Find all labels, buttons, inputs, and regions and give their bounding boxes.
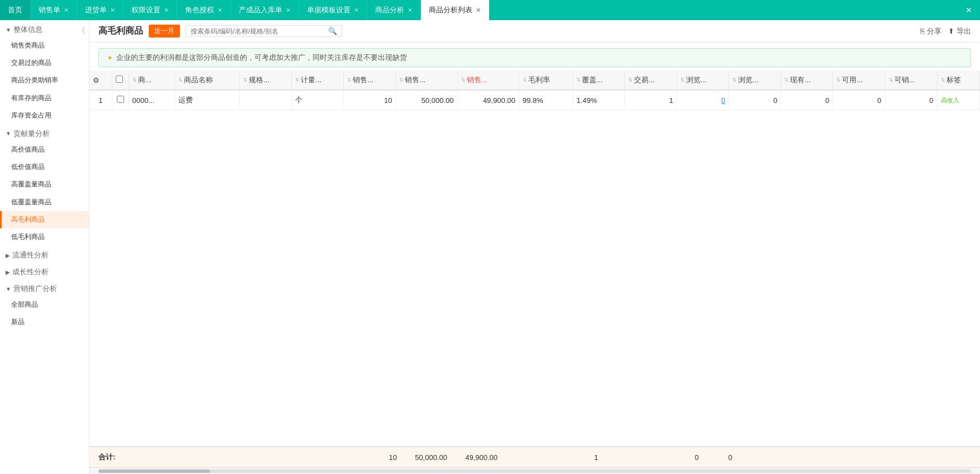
table-body: 1 0000... 运费 个 10 50,000.00 49,900.00 99… xyxy=(89,90,980,110)
sidebar-group-liquidity[interactable]: ▶ 流通性分析 xyxy=(0,246,89,262)
row-sales-qty: 10 xyxy=(344,90,396,110)
nav-close-icon[interactable]: ✕ xyxy=(217,7,222,14)
scroll-thumb[interactable] xyxy=(98,470,210,473)
nav-close-icon[interactable]: ✕ xyxy=(476,7,481,14)
nav-permission-settings[interactable]: 权限设置 ✕ xyxy=(124,0,177,20)
footer-sales-amt: 50,000.00 xyxy=(400,453,451,462)
nav-close-icon[interactable]: ✕ xyxy=(286,7,291,14)
bulb-icon: ✦ xyxy=(107,54,113,62)
chevron-down-icon: ▼ xyxy=(6,130,11,137)
col-browse2[interactable]: ⇅浏览... xyxy=(729,71,781,90)
table-wrapper: ⚙ ⇅商... ⇅商品名称 ⇅规格... ⇅计量... ⇅销售... ⇅销售..… xyxy=(89,71,980,446)
export-button[interactable]: ⬆ 导出 xyxy=(948,26,971,36)
col-browse1[interactable]: ⇅浏览... xyxy=(677,71,729,90)
row-sales-amt: 50,000.00 xyxy=(396,90,457,110)
row-browse1[interactable]: 0 xyxy=(677,90,729,110)
row-saleable-stock: 0 xyxy=(885,90,937,110)
col-unit[interactable]: ⇅计量... xyxy=(292,71,344,90)
row-unit: 个 xyxy=(292,90,344,110)
nav-purchase-order[interactable]: 进货单 ✕ xyxy=(77,0,124,20)
scroll-track xyxy=(98,470,971,473)
col-tag[interactable]: ⇅标签 xyxy=(937,71,979,90)
row-available-stock: 0 xyxy=(833,90,885,110)
sidebar-item-stocked-goods[interactable]: 有库存的商品 xyxy=(0,90,89,107)
sidebar-collapse-button[interactable]: 《 xyxy=(78,26,86,36)
col-name[interactable]: ⇅商品名称 xyxy=(174,71,240,90)
footer-total-row: 合计: 10 50,000.00 49,900.00 1 0 0 xyxy=(89,446,980,467)
chevron-right-icon: ▶ xyxy=(6,252,10,259)
sidebar-item-capital-usage[interactable]: 库存资金占用 xyxy=(0,107,89,124)
horizontal-scrollbar[interactable] xyxy=(89,467,980,474)
table-row: 1 0000... 运费 个 10 50,000.00 49,900.00 99… xyxy=(89,90,980,110)
nav-sales-order[interactable]: 销售单 ✕ xyxy=(31,0,77,20)
nav-template-settings[interactable]: 单据模板设置 ✕ xyxy=(299,0,367,20)
nav-close-icon[interactable]: ✕ xyxy=(164,7,169,14)
sidebar-item-low-margin[interactable]: 低毛利商品 xyxy=(0,228,89,246)
sidebar-item-all-goods[interactable]: 全部商品 xyxy=(0,296,89,313)
row-coverage: 1.49% xyxy=(573,90,625,110)
sidebar-group-overview[interactable]: ▼ 整体信息 xyxy=(0,20,89,37)
footer-trade: 1 xyxy=(568,453,602,462)
page-title: 高毛利商品 xyxy=(98,25,143,37)
col-saleable-stock[interactable]: ⇅可销... xyxy=(885,71,937,90)
footer-label: 合计: xyxy=(98,452,165,462)
search-icon[interactable]: 🔍 xyxy=(328,27,337,35)
row-current-stock: 0 xyxy=(781,90,833,110)
footer-sales-profit: 49,900.00 xyxy=(451,453,501,462)
nav-product-analysis[interactable]: 商品分析 ✕ xyxy=(367,0,421,20)
nav-product-instock[interactable]: 产成品入库单 ✕ xyxy=(231,0,299,20)
sidebar-item-high-value[interactable]: 高价值商品 xyxy=(0,141,89,158)
sidebar-item-low-value[interactable]: 低价值商品 xyxy=(0,158,89,176)
row-sales-profit: 49,900.00 xyxy=(457,90,519,110)
chevron-down-icon: ▼ xyxy=(6,286,11,292)
export-icon: ⬆ xyxy=(948,27,954,35)
col-sales-amt[interactable]: ⇅销售... xyxy=(396,71,457,90)
col-available-stock[interactable]: ⇅可用... xyxy=(833,71,885,90)
time-filter-button[interactable]: 近一月 xyxy=(149,25,180,37)
sidebar-item-category-rate[interactable]: 商品分类助销率 xyxy=(0,72,89,89)
col-current-stock[interactable]: ⇅现有... xyxy=(781,71,833,90)
nav-close-icon[interactable]: ✕ xyxy=(408,7,413,14)
table-header-row: ⚙ ⇅商... ⇅商品名称 ⇅规格... ⇅计量... ⇅销售... ⇅销售..… xyxy=(89,71,980,90)
footer-sales-qty: 10 xyxy=(367,453,400,462)
footer-available-stock: 0 xyxy=(702,453,736,462)
sidebar-group-contribution[interactable]: ▼ 贡献量分析 xyxy=(0,124,89,141)
col-trade[interactable]: ⇅交易... xyxy=(625,71,677,90)
window-close-button[interactable]: ✕ xyxy=(958,6,980,15)
nav-close-icon[interactable]: ✕ xyxy=(110,7,115,14)
footer-values: 10 50,000.00 49,900.00 1 0 0 xyxy=(165,453,971,462)
content-area: 高毛利商品 近一月 🔍 ⎘ 分享 ⬆ 导出 ✦ 企业的主要的利润都是这部分商品创… xyxy=(89,20,980,474)
row-name: 运费 xyxy=(174,90,240,110)
col-sales-profit[interactable]: ⇅销售... xyxy=(457,71,519,90)
share-button[interactable]: ⎘ 分享 xyxy=(920,26,941,36)
chevron-down-icon: ▼ xyxy=(6,27,11,33)
col-settings[interactable]: ⚙ xyxy=(89,71,112,90)
nav-close-icon[interactable]: ✕ xyxy=(354,7,359,14)
sidebar-item-high-coverage[interactable]: 高覆盖量商品 xyxy=(0,176,89,193)
col-checkbox[interactable] xyxy=(112,71,129,90)
select-all-checkbox[interactable] xyxy=(116,76,123,83)
col-sales-qty[interactable]: ⇅销售... xyxy=(344,71,396,90)
search-box: 🔍 xyxy=(186,25,342,37)
sidebar-item-high-margin[interactable]: 高毛利商品 xyxy=(0,211,89,228)
row-checkbox[interactable] xyxy=(112,90,129,110)
row-seq: 1 xyxy=(89,90,112,110)
sidebar-item-sales-goods[interactable]: 销售类商品 xyxy=(0,37,89,54)
nav-product-analysis-list[interactable]: 商品分析列表 ✕ xyxy=(421,0,489,20)
sidebar-item-traded-goods[interactable]: 交易过的商品 xyxy=(0,54,89,72)
sidebar-item-low-coverage[interactable]: 低覆盖量商品 xyxy=(0,194,89,211)
sidebar-group-growth[interactable]: ▶ 成长性分析 xyxy=(0,262,89,279)
col-code[interactable]: ⇅商... xyxy=(129,71,174,90)
col-spec[interactable]: ⇅规格... xyxy=(240,71,292,90)
row-spec xyxy=(240,90,292,110)
nav-close-icon[interactable]: ✕ xyxy=(64,7,69,14)
col-gross-margin[interactable]: ⇅毛利率 xyxy=(519,71,572,90)
sidebar-item-new-goods[interactable]: 新品 xyxy=(0,313,89,331)
footer-current-stock: 0 xyxy=(669,453,702,462)
nav-role-auth[interactable]: 角色授权 ✕ xyxy=(177,0,231,20)
nav-home[interactable]: 首页 xyxy=(0,0,31,20)
search-input[interactable] xyxy=(191,27,328,35)
col-coverage[interactable]: ⇅覆盖... xyxy=(573,71,625,90)
sidebar-group-marketing[interactable]: ▼ 营销推广分析 xyxy=(0,279,89,296)
data-table: ⚙ ⇅商... ⇅商品名称 ⇅规格... ⇅计量... ⇅销售... ⇅销售..… xyxy=(89,71,980,110)
